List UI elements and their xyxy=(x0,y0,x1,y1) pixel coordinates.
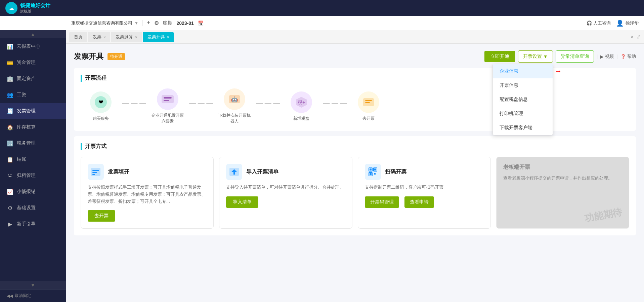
tax-icon: 🔢 xyxy=(7,140,13,147)
dropdown-item-invoice-info[interactable]: 开票信息 xyxy=(493,78,553,92)
import-btn[interactable]: 导入清单 xyxy=(226,196,258,208)
tab-invoice-calc[interactable]: 发票测算 × xyxy=(111,32,142,42)
dropdown-item-download-client[interactable]: 下载开票客户端 xyxy=(493,121,553,135)
tab-invoice-calc-close[interactable]: × xyxy=(135,35,137,39)
tab-home[interactable]: 首页 xyxy=(69,32,87,42)
method-scan-header: 扫码开票 xyxy=(365,164,484,180)
status-badge: 待开通 xyxy=(108,53,125,60)
sidebar-item-label: 固定资产 xyxy=(17,76,36,82)
page-header: 发票开具 待开通 立即开通 开票设置 ▼ xyxy=(66,44,644,68)
video-btn[interactable]: ▶ 视频 xyxy=(600,53,614,60)
report-icon: 📈 xyxy=(7,188,13,195)
sidebar-item-payroll[interactable]: 👥 工资 xyxy=(0,87,66,103)
settings-btn[interactable]: 开票设置 ▼ xyxy=(518,50,553,63)
tab-invoice-close[interactable]: × xyxy=(103,35,105,39)
settings-btn-label: 开票设置 xyxy=(523,53,542,60)
sidebar-item-invoice[interactable]: 🧾 发票管理 xyxy=(0,103,66,119)
sidebar-item-fund[interactable]: 💳 资金管理 xyxy=(0,54,66,71)
dropdown-item-company-info[interactable]: 企业信息 → xyxy=(493,64,553,78)
tab-bar: 首页 发票 × 发票测算 × 发票开具 × × ⤢ xyxy=(66,30,644,44)
company-name: 重庆畅捷交通信息咨询有限公司 xyxy=(71,20,132,26)
tab-invoice-issue[interactable]: 发票开具 × xyxy=(143,32,174,42)
exception-query-btn[interactable]: 异常清单查询 xyxy=(556,50,594,63)
method-card-manual: 发票填开 支持按照发票样式手工填开发票；可开具增值税电子普通发票、增值税普通发票… xyxy=(81,157,214,229)
payroll-icon: 👥 xyxy=(7,91,13,98)
settings-icon[interactable]: ⚙ xyxy=(154,20,159,26)
page-actions: 立即开通 开票设置 ▼ 企业信息 → xyxy=(484,50,636,63)
arrow2: — — — xyxy=(189,99,213,114)
method-import-header: 导入开票清单 xyxy=(226,164,345,180)
sidebar-item-fixed-assets[interactable]: 🏢 固定资产 xyxy=(0,71,66,87)
sidebar-item-tax[interactable]: 🔢 税务管理 xyxy=(0,135,66,151)
boss-desc: 查看老板端小程序提交的开票申请，并作出相应的处理。 xyxy=(503,175,622,182)
svg-text:❤: ❤ xyxy=(98,99,103,106)
sidebar-item-label: 资金管理 xyxy=(17,60,36,66)
settings-dropdown: 企业信息 → 开票信息 配置税盘信息 打印机管理 xyxy=(492,64,553,135)
logo-text: 畅捷通好会计 xyxy=(20,2,50,9)
manual-go-btn[interactable]: 去开票 xyxy=(88,210,115,222)
cloud-report-icon: 📊 xyxy=(7,43,13,50)
manual-desc: 支持按照发票样式手工填开发票；可开具增值税电子普通发票、增值税普通发票、增值税专… xyxy=(88,184,207,205)
tab-expand-icon[interactable]: ⤢ xyxy=(636,34,641,40)
arrow3: — — — xyxy=(256,99,280,114)
period-value: 2023-01 xyxy=(176,21,194,26)
process-step-buy: ❤ 购买服务 xyxy=(81,91,121,121)
download-label: 下载并安装开票机器人 xyxy=(218,113,251,124)
add-tax-icon: 税+ xyxy=(291,91,312,113)
manual-title: 发票填开 xyxy=(108,168,129,176)
dropdown-item-printer[interactable]: 打印机管理 xyxy=(493,107,553,121)
settings-sidebar-icon: ⚙ xyxy=(7,204,13,211)
config-icon xyxy=(157,88,178,110)
sidebar-item-accounting[interactable]: 📋 结账 xyxy=(0,151,66,167)
tab-home-label: 首页 xyxy=(74,34,83,40)
svg-text:税+: 税+ xyxy=(298,100,305,105)
sidebar-item-guide[interactable]: ▶ 新手引导 xyxy=(0,216,66,232)
process-step-add-tax: 税+ 新增税盘 xyxy=(281,91,321,121)
svg-rect-13 xyxy=(92,170,99,171)
tab-close-all-icon[interactable]: × xyxy=(631,34,634,40)
tab-invoice-calc-label: 发票测算 xyxy=(116,34,133,40)
archive-icon: 🗂 xyxy=(7,172,13,179)
go-invoice-label: 去开票 xyxy=(362,116,375,121)
sidebar-scroll-down[interactable]: ▼ xyxy=(0,281,66,289)
scan-qr-manage-btn[interactable]: 开票码管理 xyxy=(365,196,399,208)
arrow4: — — — xyxy=(323,99,347,114)
scan-view-btn[interactable]: 查看申请 xyxy=(404,196,434,208)
sidebar-scroll-up[interactable]: ▲ xyxy=(0,30,66,38)
company-selector[interactable]: 重庆畅捷交通信息咨询有限公司 ▼ xyxy=(67,20,143,26)
period-label: 账期 xyxy=(163,20,172,26)
unpin-label: 取消固定 xyxy=(15,293,31,299)
go-invoice-icon xyxy=(358,91,379,113)
import-icon xyxy=(226,164,242,180)
tab-invoice-issue-close[interactable]: × xyxy=(167,35,169,39)
calendar-icon[interactable]: 📅 xyxy=(198,21,204,26)
page-title: 发票开具 xyxy=(74,51,103,62)
support-btn[interactable]: 🎧 人工咨询 xyxy=(587,20,611,26)
sidebar-item-label: 小畅报销 xyxy=(17,189,36,195)
tab-invoice[interactable]: 发票 × xyxy=(88,32,110,42)
sidebar-item-label: 税务管理 xyxy=(17,140,36,146)
sidebar-unpin-btn[interactable]: ◀◀ 取消固定 xyxy=(0,289,66,302)
sidebar-item-settings[interactable]: ⚙ 基础设置 xyxy=(0,200,66,216)
scan-icon xyxy=(365,164,381,180)
sidebar-item-cloud-report[interactable]: 📊 云报表中心 xyxy=(0,38,66,54)
buy-icon: ❤ xyxy=(90,91,112,113)
svg-text:🤖: 🤖 xyxy=(231,96,238,103)
user-area[interactable]: 👤 徐泽华 xyxy=(616,20,639,27)
add-icon[interactable]: + xyxy=(147,20,151,27)
svg-rect-23 xyxy=(370,173,372,175)
sidebar-item-label: 结账 xyxy=(17,156,26,162)
sidebar-item-archive[interactable]: 🗂 归档管理 xyxy=(0,167,66,184)
svg-rect-3 xyxy=(164,97,172,99)
sidebar-item-report[interactable]: 📈 小畅报销 xyxy=(0,184,66,200)
divider: | xyxy=(597,54,598,59)
sidebar-item-label: 归档管理 xyxy=(17,173,36,179)
activate-btn[interactable]: 立即开通 xyxy=(484,51,515,62)
dropdown-item-tax-config[interactable]: 配置税盘信息 xyxy=(493,92,553,107)
tax-config-label: 配置税盘信息 xyxy=(500,97,528,102)
download-client-label: 下载开票客户端 xyxy=(500,125,532,130)
sidebar-item-inventory[interactable]: 🏠 库存核算 xyxy=(0,119,66,135)
sidebar-item-label: 基础设置 xyxy=(17,205,36,211)
method-manual-header: 发票填开 xyxy=(88,164,207,180)
help-btn[interactable]: ❓ 帮助 xyxy=(620,53,636,60)
